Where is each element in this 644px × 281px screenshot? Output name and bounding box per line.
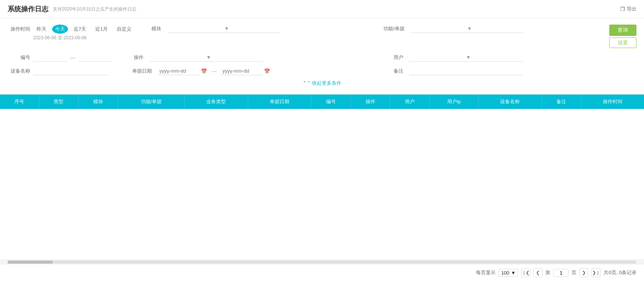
time-label: 操作时间 xyxy=(8,26,30,33)
col-module: 模块 xyxy=(79,95,118,109)
next-page-button[interactable]: ❯ xyxy=(579,268,588,277)
table-container: 序号 类型 模块 功能/单据 业务类型 单据日期 编号 操作 用户 用户ip 设… xyxy=(0,95,644,123)
page-subtitle: 支持2020年10月31日之后产生的操作日志 xyxy=(53,6,136,12)
empty-area xyxy=(0,123,644,259)
export-label: 导出 xyxy=(627,6,636,12)
operation-select[interactable]: ▼ xyxy=(150,53,263,62)
col-function: 功能/单据 xyxy=(118,95,184,109)
device-input[interactable] xyxy=(33,67,109,75)
function-label: 功能/单据 xyxy=(383,25,405,32)
number-label: 编号 xyxy=(8,54,30,61)
number-from-input[interactable] xyxy=(33,53,67,62)
remark-label: 备注 xyxy=(392,68,403,75)
scrollbar-area[interactable] xyxy=(0,259,644,264)
col-operation: 操作 xyxy=(351,95,390,109)
collapse-chevron-icon: ⌃⌃ xyxy=(303,80,311,86)
page-number-input[interactable] xyxy=(553,269,568,277)
data-table: 序号 类型 模块 功能/单据 业务类型 单据日期 编号 操作 用户 用户ip 设… xyxy=(0,95,644,109)
page-size-select[interactable]: 100 ▼ xyxy=(499,269,519,277)
collapse-button[interactable]: ⌃⌃ 收起更多条件 xyxy=(303,80,342,87)
user-select[interactable]: ▼ xyxy=(409,53,523,62)
collapse-label: 收起更多条件 xyxy=(312,80,341,86)
time-btn-7days[interactable]: 近7天 xyxy=(70,25,90,34)
remark-input[interactable] xyxy=(409,67,523,75)
page-size-chevron-icon: ▼ xyxy=(511,270,516,276)
module-label: 模块 xyxy=(150,25,161,32)
action-buttons: 查询 设置 xyxy=(609,25,636,48)
col-type: 类型 xyxy=(39,95,78,109)
col-voucherdate: 单据日期 xyxy=(248,95,311,109)
page-suffix: 页 xyxy=(571,269,576,276)
time-date-range: 2023-06-06 至 2023-06-06 xyxy=(33,35,86,40)
voucher-date-to-input[interactable] xyxy=(221,67,263,75)
module-chevron-icon: ▼ xyxy=(224,26,279,31)
col-userip: 用户ip xyxy=(429,95,478,109)
calendar-from-icon[interactable]: 📅 xyxy=(201,68,207,74)
device-label: 设备名称 xyxy=(8,68,30,75)
module-select[interactable]: ▼ xyxy=(167,25,281,33)
col-device: 设备名称 xyxy=(478,95,542,109)
total-info: 共0页, 0条记录 xyxy=(604,269,636,276)
time-btn-yesterday[interactable]: 昨天 xyxy=(33,25,50,34)
table-header-row: 序号 类型 模块 功能/单据 业务类型 单据日期 编号 操作 用户 用户ip 设… xyxy=(0,95,644,109)
page-size-value: 100 xyxy=(501,270,510,276)
function-select[interactable]: ▼ xyxy=(411,25,524,33)
number-to-input[interactable] xyxy=(78,53,112,62)
time-btn-today[interactable]: 今天 xyxy=(52,25,68,34)
last-page-button[interactable]: ❯❘ xyxy=(591,268,601,277)
first-page-button[interactable]: ❘❮ xyxy=(521,268,530,277)
time-btn-custom[interactable]: 自定义 xyxy=(113,25,135,34)
user-label: 用户 xyxy=(392,54,403,61)
scrollbar-track xyxy=(8,261,636,264)
col-seq: 序号 xyxy=(0,95,39,109)
time-buttons: 昨天 今天 近7天 近1月 自定义 xyxy=(33,25,135,34)
col-biztype: 业务类型 xyxy=(185,95,248,109)
operation-chevron-icon: ▼ xyxy=(206,54,261,60)
query-button[interactable]: 查询 xyxy=(609,25,636,36)
col-user: 用户 xyxy=(390,95,429,109)
export-button[interactable]: ❐ 导出 xyxy=(620,6,636,12)
voucher-date-label: 单据日期 xyxy=(132,68,152,75)
user-chevron-icon: ▼ xyxy=(466,54,521,60)
time-btn-1month[interactable]: 近1月 xyxy=(92,25,111,34)
page-label: 第 xyxy=(545,269,550,276)
per-page-label: 每页显示 xyxy=(476,269,496,276)
prev-page-button[interactable]: ❮ xyxy=(533,268,542,277)
scrollbar-thumb[interactable] xyxy=(8,261,53,264)
export-icon: ❐ xyxy=(620,6,625,12)
settings-button[interactable]: 设置 xyxy=(609,37,636,48)
operation-label: 操作 xyxy=(132,54,144,61)
calendar-to-icon[interactable]: 📅 xyxy=(264,68,270,74)
function-chevron-icon: ▼ xyxy=(467,26,522,31)
page-title: 系统操作日志 xyxy=(8,5,48,14)
voucher-date-from-input[interactable] xyxy=(158,67,199,75)
pagination: 每页显示 100 ▼ ❘❮ ❮ 第 页 ❯ ❯❘ 共0页, 0条记录 xyxy=(0,264,644,281)
col-number: 编号 xyxy=(311,95,351,109)
col-optime: 操作时间 xyxy=(581,95,644,109)
col-remark: 备注 xyxy=(542,95,581,109)
number-dash: — xyxy=(70,55,75,61)
